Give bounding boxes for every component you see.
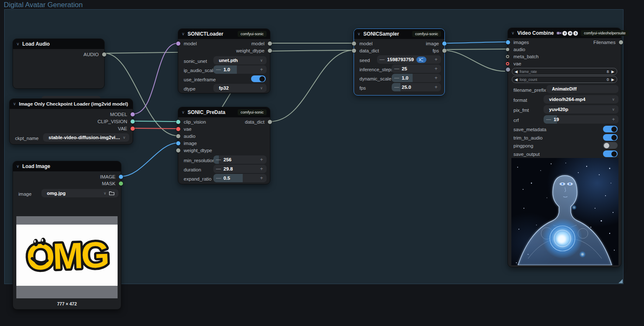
increment-button[interactable]: +: [257, 65, 267, 74]
input-port-clip-vision[interactable]: [176, 120, 180, 124]
node-header[interactable]: ∨ SONIC_PreData comfyui-sonic: [178, 107, 270, 117]
increment-button[interactable]: +: [608, 115, 618, 124]
increment-button[interactable]: +: [431, 83, 441, 91]
collapse-icon[interactable]: ∨: [16, 42, 19, 46]
node-header[interactable]: ∨ Load Audio: [13, 39, 104, 49]
collapse-icon[interactable]: ∨: [182, 32, 185, 36]
output-port-mask[interactable]: [119, 181, 123, 186]
collapse-icon[interactable]: ∨: [357, 32, 360, 36]
node-sonic-tloader[interactable]: ∨ SONICTLoader comfyui-sonic model model…: [178, 28, 270, 93]
use-interframe-toggle[interactable]: [251, 75, 266, 82]
widget-label-expand-ratio: expand_ratio: [184, 175, 212, 183]
widget-label-crf: crf: [513, 116, 519, 124]
output-port-data-dict[interactable]: [268, 120, 272, 124]
output-port-fps[interactable]: [442, 49, 446, 53]
output-port-filenames[interactable]: [619, 40, 623, 44]
format-select[interactable]: video/h264-mp4 ∨: [544, 95, 618, 103]
node-header[interactable]: ∨ SONICSampler comfyui-sonic: [354, 29, 444, 39]
step-left-icon[interactable]: ◀: [515, 78, 518, 82]
fps-input[interactable]: — 25.0 +: [392, 83, 441, 91]
node-header[interactable]: ∨ SONICTLoader comfyui-sonic: [178, 29, 270, 39]
dynamic-scale-input[interactable]: — 1.0 +: [392, 74, 441, 82]
crf-input[interactable]: — 19 +: [544, 115, 618, 124]
increment-button[interactable]: +: [431, 74, 441, 82]
filename-prefix-input[interactable]: AnimateDiff: [547, 85, 618, 93]
output-port-weight-dtype[interactable]: [268, 49, 272, 53]
image-file-select[interactable]: omg.jpg ∨: [41, 189, 118, 197]
increment-button[interactable]: +: [257, 155, 267, 164]
widget-label-min-resolution: min_resolution: [184, 156, 215, 165]
save-metadata-toggle[interactable]: [603, 126, 618, 132]
input-port-model[interactable]: [176, 41, 180, 46]
frame-rate-slider[interactable]: ◀ frame_rate 8 ▶: [512, 68, 617, 75]
step-right-icon[interactable]: ▶: [611, 78, 614, 82]
decrement-button[interactable]: —: [213, 174, 223, 182]
input-port-images[interactable]: [506, 40, 510, 44]
decrement-button[interactable]: —: [392, 74, 402, 82]
output-port-model[interactable]: [268, 41, 272, 46]
decrement-button[interactable]: —: [392, 65, 402, 73]
decrement-button[interactable]: —: [377, 55, 387, 64]
dtype-select[interactable]: fp32 ∨: [213, 84, 267, 92]
node-header[interactable]: ∨ Video Combine V H S comfyui-videohelpe…: [508, 28, 621, 38]
decrement-button[interactable]: —: [213, 155, 223, 164]
node-header[interactable]: ∨ Load Image: [13, 161, 121, 171]
output-port-audio[interactable]: [102, 52, 106, 57]
node-load-image[interactable]: ∨ Load Image IMAGE MASK image omg.jpg ∨: [13, 161, 121, 310]
expand-ratio-input[interactable]: — 0.5 +: [213, 174, 267, 182]
step-right-icon[interactable]: ▶: [611, 70, 614, 74]
sonic-unet-select[interactable]: unet.pth ∨: [213, 56, 267, 65]
output-label-weight-dtype: weight_dtype: [236, 47, 264, 54]
increment-button[interactable]: +: [257, 165, 267, 173]
decrement-button[interactable]: —: [544, 115, 554, 124]
folder-icon[interactable]: [109, 191, 115, 196]
output-port-clip-vision[interactable]: [131, 119, 135, 124]
input-port-model[interactable]: [352, 41, 356, 46]
input-port-vae[interactable]: [506, 62, 509, 65]
increment-button[interactable]: +: [431, 65, 441, 73]
decrement-button[interactable]: —: [392, 83, 402, 91]
input-port-weight-dtype[interactable]: [176, 148, 180, 153]
seed-input[interactable]: — 1598793759 +: [377, 55, 441, 64]
output-port-image[interactable]: [119, 175, 123, 179]
input-port-audio[interactable]: [176, 134, 180, 138]
trim-to-audio-toggle[interactable]: [603, 134, 618, 141]
collapse-icon[interactable]: ∨: [511, 31, 514, 35]
input-port-data-dict[interactable]: [352, 49, 356, 53]
collapse-icon[interactable]: ∨: [16, 164, 19, 168]
input-port-image[interactable]: [176, 141, 180, 145]
widget-label-trim-to-audio: trim_to_audio: [513, 134, 543, 142]
pingpong-toggle[interactable]: [603, 142, 618, 149]
node-load-audio[interactable]: ∨ Load Audio AUDIO audio Eli_voice_to_ch…: [13, 39, 105, 89]
step-left-icon[interactable]: ◀: [515, 70, 518, 74]
decrement-button[interactable]: —: [213, 165, 223, 173]
duration-input[interactable]: — 29.8 +: [213, 165, 267, 173]
input-port-meta-batch[interactable]: [506, 55, 509, 58]
node-sonic-sampler[interactable]: ∨ SONICSampler comfyui-sonic model image…: [354, 28, 445, 96]
output-port-model[interactable]: [131, 112, 135, 116]
ip-audio-scale-input[interactable]: — 1.0 +: [213, 65, 267, 74]
node-video-combine[interactable]: ∨ Video Combine V H S comfyui-videohelpe…: [508, 28, 621, 267]
loop-count-slider[interactable]: ◀ loop_count 0 ▶: [512, 76, 617, 83]
randomize-seed-icon[interactable]: [416, 57, 426, 63]
node-sonic-predata[interactable]: ∨ SONIC_PreData comfyui-sonic clip_visio…: [178, 107, 270, 184]
input-port-frame-rate[interactable]: [506, 67, 510, 72]
output-port-image[interactable]: [442, 41, 446, 46]
input-port-vae[interactable]: [176, 127, 180, 131]
node-graph-canvas[interactable]: Digital Avatar Generation ∨ Load Audio A…: [0, 0, 644, 326]
output-port-vae[interactable]: [131, 127, 135, 131]
increment-button[interactable]: +: [431, 55, 441, 64]
collapse-icon[interactable]: ∨: [13, 102, 16, 106]
node-checkpoint-loader[interactable]: ∨ Image Only Checkpoint Loader (img2vid …: [9, 98, 133, 145]
save-output-toggle[interactable]: [603, 150, 618, 157]
ckpt-name-select[interactable]: stable-video-diffusion-img2vid-xt-1-1/..…: [43, 133, 129, 142]
collapse-icon[interactable]: ∨: [182, 110, 185, 114]
input-port-audio[interactable]: [506, 48, 509, 51]
inference-steps-input[interactable]: — 25 +: [392, 65, 441, 73]
min-resolution-input[interactable]: — 256 +: [213, 155, 267, 164]
pix-fmt-select[interactable]: yuv420p ∨: [544, 105, 618, 114]
video-preview[interactable]: [511, 158, 618, 265]
node-header[interactable]: ∨ Image Only Checkpoint Loader (img2vid …: [10, 99, 133, 109]
increment-button[interactable]: +: [257, 174, 267, 182]
decrement-button[interactable]: —: [213, 65, 223, 74]
